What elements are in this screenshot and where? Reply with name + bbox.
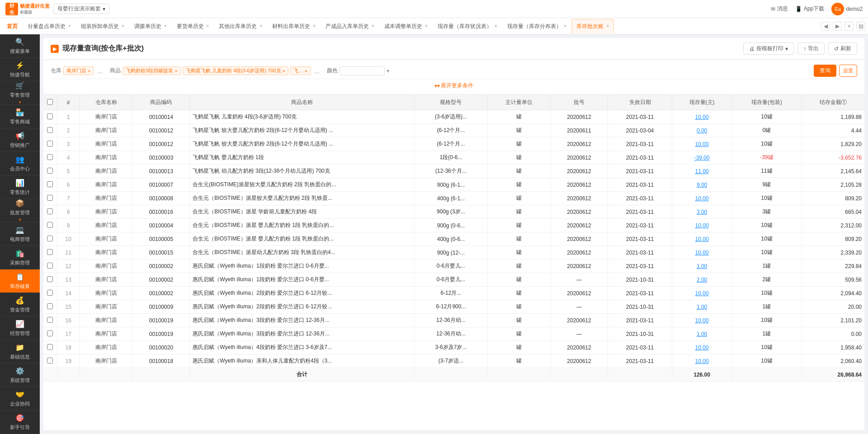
sidebar-item-retail-stats[interactable]: 📊 零售统计 bbox=[0, 175, 40, 199]
row-checkbox[interactable] bbox=[47, 208, 53, 214]
warehouse-dots[interactable]: ... bbox=[97, 67, 103, 75]
company-selector[interactable]: 母婴行业演示账套 ▾ bbox=[53, 4, 109, 14]
row-checkbox[interactable] bbox=[47, 249, 53, 255]
tab-close-icon[interactable]: × bbox=[564, 24, 567, 28]
tab-close-icon[interactable]: × bbox=[606, 24, 609, 28]
row-checkbox[interactable] bbox=[47, 344, 53, 350]
cell-stock1[interactable]: 1.00 bbox=[672, 327, 732, 341]
product3-remove-btn[interactable]: × bbox=[305, 68, 307, 74]
tab-prev-btn[interactable]: ◀ bbox=[821, 22, 830, 31]
sidebar-item-wholesale[interactable]: 📦 批发管理 ▼ bbox=[0, 199, 40, 222]
tab-other-out[interactable]: 其他出库单历史 × bbox=[214, 19, 267, 33]
cell-stock1[interactable]: 0.00 bbox=[672, 124, 732, 137]
collapse-btn[interactable]: ▶ bbox=[51, 45, 59, 53]
cell-stock1[interactable]: 10.00 bbox=[672, 287, 732, 300]
sidebar-item-inventory[interactable]: 📋 库存核算 bbox=[0, 269, 40, 293]
expand-more-btn[interactable]: ▾▾ 展开更多条件 bbox=[51, 79, 857, 90]
row-checkbox[interactable] bbox=[47, 154, 53, 160]
row-checkbox[interactable] bbox=[47, 236, 53, 241]
sidebar-item-quick-nav[interactable]: ⚡ 快捷导航 bbox=[0, 58, 40, 81]
sidebar-item-member[interactable]: 👥 会员中心 bbox=[0, 152, 40, 175]
cell-stock1[interactable]: 9.00 bbox=[672, 178, 732, 192]
tab-close-icon[interactable]: × bbox=[259, 24, 262, 28]
sidebar-item-purchase[interactable]: 🛍️ 采购管理 bbox=[0, 246, 40, 269]
cell-stock1[interactable]: 10.00 bbox=[672, 341, 732, 354]
tab-stock-status[interactable]: 现存量（库存状况表） × bbox=[433, 19, 502, 33]
tab-close-icon[interactable]: × bbox=[207, 24, 209, 28]
sidebar-item-marketing[interactable]: 📢 营销推广 bbox=[0, 128, 40, 152]
sidebar-item-operations[interactable]: 📈 经营管理 bbox=[0, 316, 40, 340]
tab-stock-dist[interactable]: 现存量（库存分布表） × bbox=[502, 19, 572, 33]
row-checkbox[interactable] bbox=[47, 263, 53, 269]
tab-batch-voucher[interactable]: 库存批次账 × bbox=[571, 19, 614, 33]
row-checkbox[interactable] bbox=[47, 303, 53, 309]
cell-stock1[interactable]: 10.00 bbox=[672, 192, 732, 205]
tab-product-in[interactable]: 产成品入库单历史 × bbox=[321, 19, 379, 33]
tab-disassemble[interactable]: 组装拆卸单历史 × bbox=[76, 19, 129, 33]
cell-stock1[interactable]: -39.00 bbox=[672, 151, 732, 165]
tab-menu-btn[interactable]: ▤ bbox=[856, 22, 865, 31]
row-checkbox[interactable] bbox=[47, 222, 53, 228]
refresh-btn[interactable]: ↺ 刷新 bbox=[828, 42, 857, 55]
tab-next-btn[interactable]: ▶ bbox=[833, 22, 842, 31]
messages-btn[interactable]: ✉ 消息 bbox=[771, 5, 788, 13]
tab-close-icon[interactable]: × bbox=[313, 24, 316, 28]
row-checkbox[interactable] bbox=[47, 358, 53, 363]
cell-stock1[interactable]: 3.00 bbox=[672, 205, 732, 219]
app-download-btn[interactable]: 📱 App下载 bbox=[795, 5, 824, 13]
tab-transfer[interactable]: 调拨单历史 × bbox=[129, 19, 172, 33]
product2-remove-btn[interactable]: × bbox=[283, 68, 285, 74]
color-dropdown-icon[interactable]: ▾ bbox=[387, 68, 389, 74]
row-checkbox[interactable] bbox=[47, 330, 53, 336]
sidebar-item-ecommerce[interactable]: 💻 电商管理 bbox=[0, 222, 40, 246]
row-checkbox[interactable] bbox=[47, 276, 53, 282]
tab-close-icon[interactable]: × bbox=[164, 24, 167, 28]
cell-stock1[interactable]: 10.00 bbox=[672, 232, 732, 246]
row-checkbox[interactable] bbox=[47, 290, 53, 296]
cell-stock1[interactable]: 11.00 bbox=[672, 165, 732, 178]
warehouse-remove-btn[interactable]: × bbox=[88, 68, 90, 74]
tab-close-icon[interactable]: × bbox=[68, 24, 71, 28]
sidebar-item-guide[interactable]: 🎯 新手引导 bbox=[0, 410, 40, 434]
color-input[interactable] bbox=[340, 66, 385, 75]
sidebar-item-search[interactable]: 🔍 搜索菜单 bbox=[0, 34, 40, 58]
sidebar-item-retail[interactable]: 🛒 零售管理 ▼ bbox=[0, 81, 40, 105]
sidebar-item-finance[interactable]: 💰 资金管理 bbox=[0, 293, 40, 316]
tab-close-icon[interactable]: × bbox=[495, 24, 497, 28]
row-checkbox[interactable] bbox=[47, 141, 53, 146]
user-profile[interactable]: Ea demo2 bbox=[831, 3, 863, 15]
product1-remove-btn[interactable]: × bbox=[175, 68, 177, 74]
tab-home[interactable]: 首页 bbox=[2, 19, 23, 33]
settings-btn[interactable]: 设置 bbox=[839, 65, 857, 77]
query-btn[interactable]: 查询 bbox=[814, 65, 836, 77]
cell-stock1[interactable]: 10.00 bbox=[672, 314, 732, 327]
cell-stock1[interactable]: 10.00 bbox=[672, 219, 732, 232]
cell-stock1[interactable]: 10.00 bbox=[672, 110, 732, 124]
cell-stock1[interactable]: 1.00 bbox=[672, 259, 732, 273]
row-checkbox[interactable] bbox=[47, 113, 53, 119]
row-checkbox[interactable] bbox=[47, 181, 53, 187]
cell-stock1[interactable]: 2.00 bbox=[672, 273, 732, 287]
print-btn[interactable]: 🖨 按模板打印 ▾ bbox=[743, 42, 794, 55]
tab-material-out[interactable]: 材料出库单历史 × bbox=[267, 19, 321, 33]
tab-split-inventory[interactable]: 分量盘点单历史 × bbox=[23, 19, 76, 33]
row-checkbox[interactable] bbox=[47, 168, 53, 174]
sidebar-item-enterprise[interactable]: 🤝 企业协同 bbox=[0, 387, 40, 410]
product-dots[interactable]: ... bbox=[314, 67, 320, 75]
cell-stock1[interactable]: 1.00 bbox=[672, 300, 732, 314]
tab-close-icon[interactable]: × bbox=[425, 24, 428, 28]
sidebar-item-system[interactable]: ⚙️ 系统管理 bbox=[0, 363, 40, 387]
export-btn[interactable]: ↑ 导出 bbox=[797, 42, 825, 55]
row-checkbox[interactable] bbox=[47, 317, 53, 323]
row-checkbox[interactable] bbox=[47, 195, 53, 201]
row-checkbox[interactable] bbox=[47, 127, 53, 133]
tab-purchase-order[interactable]: 要货单历史 × bbox=[172, 19, 214, 33]
sidebar-item-basic[interactable]: 📁 基础信息 bbox=[0, 340, 40, 363]
tab-close-icon[interactable]: × bbox=[122, 24, 124, 28]
sidebar-item-retail-mall[interactable]: 🏪 零售商城 bbox=[0, 105, 40, 128]
tab-close-all-btn[interactable]: × bbox=[844, 22, 854, 31]
tab-close-icon[interactable]: × bbox=[372, 24, 374, 28]
cell-stock1[interactable]: 10.00 bbox=[672, 246, 732, 259]
tab-cost-adjust[interactable]: 成本调整单历史 × bbox=[379, 19, 433, 33]
cell-stock1[interactable]: 10.00 bbox=[672, 354, 732, 368]
